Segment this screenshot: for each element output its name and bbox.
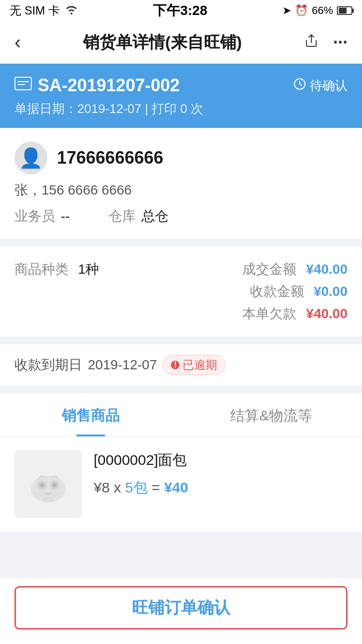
price-total: ¥40 bbox=[164, 479, 188, 495]
carrier-text: 无 SIM 卡 bbox=[10, 3, 60, 18]
svg-text:野+: 野+ bbox=[43, 496, 54, 504]
wifi-icon bbox=[65, 4, 78, 17]
product-price: ¥8 x 5包 = ¥40 bbox=[94, 478, 348, 498]
svg-point-7 bbox=[41, 484, 43, 487]
order-icon bbox=[14, 75, 32, 96]
tabs-section: 销售商品 结算&物流等 野+ [0000002]面包 bbox=[0, 393, 362, 532]
customer-section: 👤 17666666666 张，156 6666 6666 业务员 -- 仓库 … bbox=[0, 128, 362, 239]
tab-sales-products[interactable]: 销售商品 bbox=[0, 393, 181, 436]
status-left: 无 SIM 卡 bbox=[10, 3, 78, 18]
customer-phone: 17666666666 bbox=[57, 148, 163, 168]
status-bar: 无 SIM 卡 下午3:28 ➤ ⏰ 66% bbox=[0, 0, 362, 21]
order-date: 单据日期：2019-12-07 | 打印 0 次 bbox=[14, 100, 348, 117]
salesperson-value: -- bbox=[61, 209, 70, 224]
price-text: ¥8 x bbox=[94, 479, 125, 495]
received-row: 收款金额 ¥0.00 bbox=[250, 282, 348, 301]
due-label: 收款到期日 bbox=[14, 356, 82, 374]
price-equals: = bbox=[148, 479, 164, 495]
bottom-button-area: 旺铺订单确认 bbox=[0, 578, 362, 644]
salesperson-label: 业务员 bbox=[14, 207, 55, 225]
status-time: 下午3:28 bbox=[153, 1, 207, 20]
more-icon[interactable]: ··· bbox=[333, 32, 348, 53]
status-right: ➤ ⏰ 66% bbox=[282, 4, 352, 17]
overdue-text: 已逾期 bbox=[182, 357, 217, 373]
svg-point-8 bbox=[53, 484, 56, 487]
avatar: 👤 bbox=[14, 141, 47, 174]
nav-bar: ‹ 销货单详情(来自旺铺) ··· bbox=[0, 21, 362, 64]
back-button[interactable]: ‹ bbox=[14, 31, 21, 53]
debt-row: 本单欠款 ¥40.00 bbox=[242, 305, 348, 323]
amount-label: 成交金额 bbox=[242, 260, 296, 279]
due-section: 收款到期日 2019-12-07 ! 已逾期 bbox=[0, 344, 362, 386]
warehouse-label: 仓库 bbox=[109, 207, 136, 225]
share-icon[interactable] bbox=[304, 33, 319, 52]
battery-icon bbox=[337, 6, 352, 15]
product-types-label: 商品种类 bbox=[14, 262, 69, 277]
nav-actions: ··· bbox=[304, 32, 348, 53]
product-item: 野+ [0000002]面包 ¥8 x 5包 = ¥40 bbox=[0, 437, 362, 532]
debt-label: 本单欠款 bbox=[242, 305, 296, 323]
order-id: SA-20191207-002 bbox=[14, 75, 180, 96]
product-thumbnail: 野+ bbox=[14, 450, 82, 518]
person-icon: 👤 bbox=[19, 147, 43, 169]
alarm-icon: ⏰ bbox=[295, 4, 308, 17]
amount-value: ¥40.00 bbox=[306, 262, 348, 277]
summary-amounts: 成交金额 ¥40.00 收款金额 ¥0.00 本单欠款 ¥40.00 bbox=[242, 260, 348, 323]
clock-icon bbox=[293, 78, 306, 94]
warehouse-item: 仓库 总仓 bbox=[109, 207, 168, 225]
svg-rect-0 bbox=[15, 77, 31, 90]
salesperson-item: 业务员 -- bbox=[14, 207, 70, 225]
price-qty: 5包 bbox=[125, 479, 148, 495]
customer-name: 张，156 6666 6666 bbox=[14, 181, 348, 199]
received-label: 收款金额 bbox=[250, 282, 304, 301]
due-date: 2019-12-07 bbox=[88, 357, 157, 373]
received-value: ¥0.00 bbox=[314, 284, 348, 299]
order-status: 待确认 bbox=[293, 77, 348, 94]
tab-settlement[interactable]: 结算&物流等 bbox=[181, 393, 362, 436]
summary-section: 商品种类 1种 成交金额 ¥40.00 收款金额 ¥0.00 本单欠款 ¥40.… bbox=[0, 247, 362, 336]
nav-title: 销货单详情(来自旺铺) bbox=[83, 31, 242, 54]
product-types: 商品种类 1种 bbox=[14, 260, 99, 279]
battery-text: 66% bbox=[312, 4, 333, 17]
warehouse-value: 总仓 bbox=[141, 207, 168, 225]
amount-row: 成交金额 ¥40.00 bbox=[242, 260, 348, 279]
location-icon: ➤ bbox=[282, 4, 291, 17]
tabs-header: 销售商品 结算&物流等 bbox=[0, 393, 362, 437]
product-types-value: 1种 bbox=[78, 262, 99, 277]
debt-value: ¥40.00 bbox=[306, 306, 348, 322]
product-info: [0000002]面包 ¥8 x 5包 = ¥40 bbox=[94, 450, 348, 498]
order-header-card: SA-20191207-002 待确认 单据日期：2019-12-07 | 打印… bbox=[0, 64, 362, 128]
customer-meta: 业务员 -- 仓库 总仓 bbox=[14, 207, 348, 225]
overdue-icon: ! bbox=[171, 361, 180, 369]
overdue-badge: ! 已逾期 bbox=[163, 355, 225, 375]
confirm-button[interactable]: 旺铺订单确认 bbox=[14, 586, 348, 630]
product-name: [0000002]面包 bbox=[94, 450, 348, 470]
